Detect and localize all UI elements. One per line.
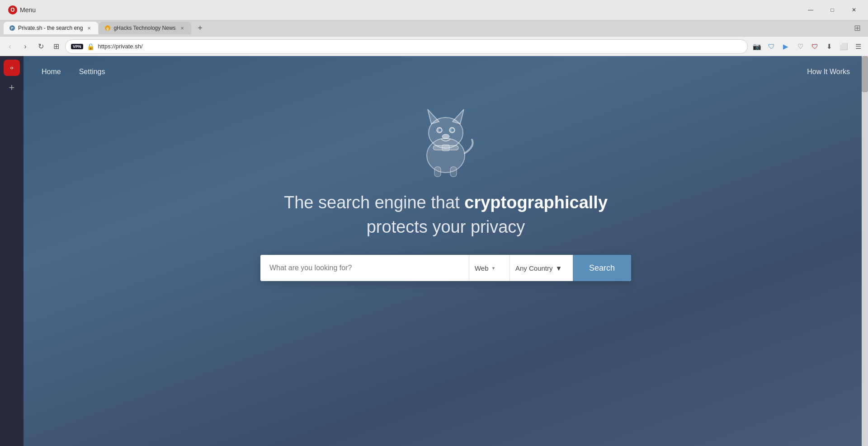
window-controls: — □ ✕ <box>800 3 864 17</box>
svg-rect-17 <box>450 167 457 177</box>
scrollbar[interactable] <box>862 56 868 446</box>
svg-point-13 <box>442 134 449 139</box>
forward-button[interactable]: › <box>19 40 32 53</box>
vpn-badge: VPN <box>71 44 83 49</box>
shield-icon[interactable]: 🛡 <box>765 40 778 53</box>
tab-favicon-ghacks: g <box>104 25 111 31</box>
reload-button[interactable]: ↻ <box>34 40 47 53</box>
sidebar-icon-add[interactable]: + <box>4 80 20 96</box>
svg-point-11 <box>439 129 441 131</box>
adblocker-icon[interactable]: 🛡 <box>808 40 821 53</box>
hero-subtitle: protects your privacy <box>367 217 525 237</box>
site-navbar: Home Settings How It Works <box>24 56 868 88</box>
download-icon[interactable]: ⬇ <box>823 40 835 53</box>
heart-icon[interactable]: ♡ <box>794 40 807 53</box>
site-nav-right: How It Works <box>807 68 850 76</box>
hero-title-part1: The search engine that <box>284 193 464 212</box>
svg-rect-16 <box>434 167 441 177</box>
hero-section: The search engine that cryptographically… <box>24 88 868 308</box>
wallet-icon[interactable]: ⬜ <box>837 40 850 53</box>
tab-ghacks[interactable]: g gHacks Technology News ✕ <box>99 22 191 34</box>
url-display: https://private.sh/ <box>98 43 742 50</box>
svg-rect-15 <box>442 145 449 151</box>
site-nav-left: Home Settings <box>42 68 105 76</box>
nav-link-settings[interactable]: Settings <box>79 68 105 76</box>
tab-drag-icon: ⊞ <box>850 23 864 33</box>
new-tab-button[interactable]: + <box>194 22 207 34</box>
address-bar: ‹ › ↻ ⊞ VPN 🔒 https://private.sh/ 📷 🛡 ▶ … <box>0 36 868 56</box>
sidebar-icon-shield[interactable]: O <box>4 60 20 76</box>
hero-title-bold: cryptographically <box>464 193 608 212</box>
secure-icon: 🔒 <box>87 43 94 50</box>
tab-private-sh[interactable]: P Private.sh - the search eng ✕ <box>4 22 98 34</box>
close-button[interactable]: ✕ <box>844 3 864 17</box>
nav-link-how-it-works[interactable]: How It Works <box>807 68 850 75</box>
camera-icon[interactable]: 📷 <box>750 40 763 53</box>
tab-close-private-sh[interactable]: ✕ <box>85 24 93 32</box>
nav-link-home[interactable]: Home <box>42 68 61 76</box>
svg-text:P: P <box>11 26 14 30</box>
svg-marker-7 <box>428 109 439 124</box>
search-container: Web ▼ Any Country ▼ Search <box>260 255 631 281</box>
browser-body: O + Home Settings How It Works <box>0 56 868 446</box>
browser-window: O Menu — □ ✕ P Private.sh - the search e… <box>0 0 868 446</box>
search-type-arrow: ▼ <box>491 266 496 271</box>
svg-point-12 <box>451 129 454 131</box>
sidebar: O + <box>0 56 24 446</box>
tab-grid-button[interactable]: ⊞ <box>50 40 62 53</box>
toolbar-icons: 📷 🛡 ▶ ♡ 🛡 ⬇ ⬜ ☰ <box>750 40 864 53</box>
tab-close-ghacks[interactable]: ✕ <box>179 24 186 32</box>
svg-marker-8 <box>453 109 464 124</box>
mascot-container <box>405 97 486 178</box>
opera-logo: O <box>8 5 17 14</box>
sidebar-shield-svg: O <box>7 63 16 72</box>
hero-title: The search engine that cryptographically <box>284 192 608 214</box>
tab-favicon-private-sh: P <box>9 25 15 31</box>
search-country-arrow: ▼ <box>556 264 562 272</box>
flow-icon[interactable]: ▶ <box>779 40 792 53</box>
tab-title-private-sh: Private.sh - the search eng <box>18 25 83 31</box>
minimize-button[interactable]: — <box>800 3 821 17</box>
back-button[interactable]: ‹ <box>4 40 16 53</box>
svg-text:O: O <box>10 66 13 70</box>
search-button[interactable]: Search <box>573 255 631 281</box>
title-bar: O Menu — □ ✕ <box>0 0 868 20</box>
maximize-button[interactable]: □ <box>822 3 843 17</box>
search-country-label: Any Country <box>515 264 553 272</box>
search-country-dropdown[interactable]: Any Country ▼ <box>509 255 573 281</box>
svg-text:g: g <box>107 26 109 30</box>
search-type-label: Web <box>475 264 489 272</box>
menu-label: Menu <box>20 6 36 14</box>
tab-bar: P Private.sh - the search eng ✕ g gHacks… <box>0 20 868 36</box>
tab-title-ghacks: gHacks Technology News <box>113 25 175 31</box>
search-input[interactable] <box>260 255 469 281</box>
opera-menu-button[interactable]: O Menu <box>4 4 40 16</box>
mascot-svg <box>405 97 486 178</box>
main-content: Home Settings How It Works <box>24 56 868 446</box>
search-type-dropdown[interactable]: Web ▼ <box>469 255 509 281</box>
address-input-container[interactable]: VPN 🔒 https://private.sh/ <box>65 39 748 54</box>
settings-icon[interactable]: ☰ <box>852 40 864 53</box>
